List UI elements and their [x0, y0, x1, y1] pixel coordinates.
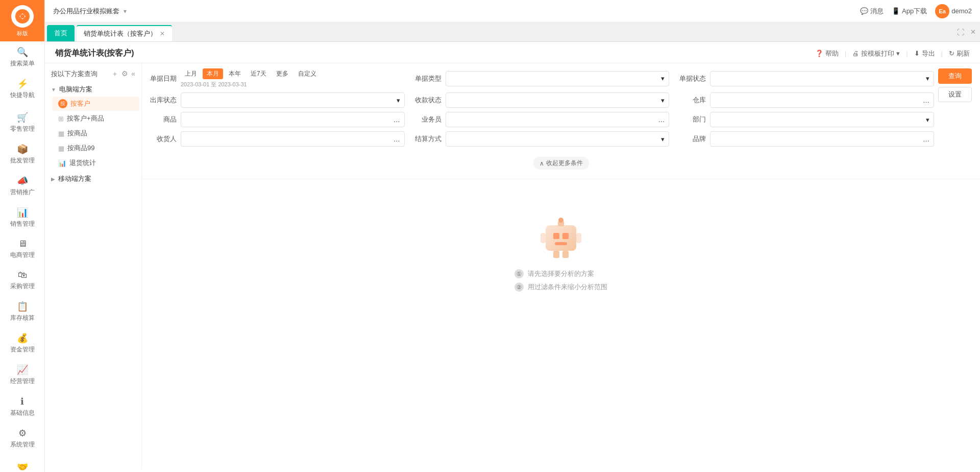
scheme-group-pc-title[interactable]: ▼ 电脑端方案 — [45, 83, 141, 96]
out-status-field: 出库状态 ▾ — [150, 92, 405, 108]
settlement-label: 结算方式 — [415, 134, 442, 144]
empty-state: ① 请先选择要分析的方案 ② 用过滤条件来缩小分析范围 — [142, 179, 980, 312]
scheme-add-button[interactable]: ＋ — [111, 69, 118, 79]
collapse-icon: ∧ — [540, 160, 544, 167]
sidebar-item-basic[interactable]: ℹ 基础信息 — [0, 391, 44, 422]
tab-home[interactable]: 首页 — [47, 25, 75, 41]
app-download-button[interactable]: 📱 App下载 — [892, 7, 927, 16]
sidebar-item-retail[interactable]: 🛒 零售管理 — [0, 107, 44, 138]
warehouse-input[interactable]: … — [710, 92, 934, 108]
scheme-group-mobile-title[interactable]: ▶ 移动端方案 — [45, 172, 141, 185]
empty-tips: ① 请先选择要分析的方案 ② 用过滤条件来缩小分析范围 — [514, 269, 607, 292]
tab-close-window-button[interactable]: ✕ — [970, 28, 976, 36]
tab-maximize-button[interactable]: ⛶ — [957, 28, 964, 36]
sidebar-item-marketing[interactable]: 📣 营销推广 — [0, 170, 44, 202]
goods-icon: ▦ — [58, 130, 64, 137]
date-label: 单据日期 — [150, 74, 177, 83]
settlement-input[interactable]: ▾ — [446, 131, 670, 147]
customer-icon: 按 — [58, 99, 67, 108]
app-title: 办公用品行业模拟账套 — [53, 7, 119, 16]
help-button[interactable]: ❓ 帮助 — [815, 49, 839, 58]
filter-line-4: 收货人 … 结算方式 — [150, 131, 934, 147]
print-button[interactable]: 🖨 按模板打印 ▾ — [852, 49, 900, 58]
help-icon: ❓ — [815, 50, 823, 57]
sidebar-item-inventory[interactable]: 📋 库存核算 — [0, 296, 44, 327]
scheme-item-by-customer[interactable]: 按 按客户 — [52, 97, 139, 111]
sidebar-item-search[interactable]: 🔍 搜索菜单 — [0, 41, 44, 73]
scheme-item-return-stat[interactable]: 📊 退货统计 — [52, 156, 139, 170]
date-tab-last-month[interactable]: 上月 — [181, 68, 201, 79]
collapse-button[interactable]: ∧ 收起更多条件 — [533, 157, 589, 170]
receiver-input[interactable]: … — [181, 131, 405, 147]
enterprise-icon: 🤝 — [17, 461, 28, 472]
out-status-input[interactable]: ▾ — [181, 92, 405, 108]
svg-rect-3 — [553, 233, 559, 239]
svg-rect-11 — [562, 251, 569, 258]
sidebar-item-purchase[interactable]: 🛍 采购管理 — [0, 265, 44, 296]
export-button[interactable]: ⬇ 导出 — [914, 49, 935, 58]
finance-icon: 💰 — [17, 333, 28, 344]
type-input[interactable]: ▾ — [446, 71, 670, 86]
home-tab-label: 首页 — [54, 29, 67, 38]
sidebar-item-finance[interactable]: 💰 资金管理 — [0, 327, 44, 359]
page-content: 销货单统计表(按客户) ❓ 帮助 | 🖨 按模板打印 ▾ | ⬇ 导出 | — [45, 42, 980, 472]
wholesale-icon: 📦 — [17, 144, 28, 155]
settlement-field: 结算方式 ▾ — [415, 131, 670, 147]
out-status-label: 出库状态 — [150, 96, 177, 105]
tab-close-icon[interactable]: ✕ — [160, 30, 165, 37]
brand-input[interactable]: … — [710, 131, 934, 147]
sidebar-item-sales[interactable]: 📊 销售管理 — [0, 202, 44, 233]
date-tab-more[interactable]: 更多 — [272, 68, 292, 79]
message-button[interactable]: 💬 消息 — [860, 7, 884, 16]
department-field: 部门 ▾ — [679, 112, 934, 127]
goods-input[interactable]: … — [181, 112, 405, 127]
maximize-icon: ⛶ — [957, 28, 964, 36]
scheme-settings-button[interactable]: ⚙ — [121, 69, 128, 79]
empty-state-icon — [535, 210, 586, 261]
page-title: 销货单统计表(按客户) — [55, 48, 134, 59]
settings-button[interactable]: 设置 — [938, 87, 972, 102]
salesman-input[interactable]: … — [446, 112, 670, 127]
status-input[interactable]: ▾ — [710, 71, 934, 86]
sidebar-item-wholesale[interactable]: 📦 批发管理 — [0, 138, 44, 170]
sidebar-item-quick-nav[interactable]: ⚡ 快捷导航 — [0, 73, 44, 105]
print-dropdown-icon: ▾ — [896, 50, 900, 57]
scheme-item-by-goods-99[interactable]: ▦ 按商品99 — [52, 141, 139, 155]
date-tab-7days[interactable]: 近7天 — [247, 68, 271, 79]
expand-icon: ▼ — [51, 87, 56, 92]
sidebar-item-enterprise[interactable]: 🤝 企业协同 — [0, 456, 44, 472]
department-label: 部门 — [679, 115, 706, 124]
user-menu-button[interactable]: Ea demo2 — [935, 4, 972, 18]
department-input[interactable]: ▾ — [710, 112, 934, 127]
ecommerce-icon: 🖥 — [18, 239, 27, 249]
date-tab-custom[interactable]: 自定义 — [294, 68, 321, 79]
refresh-button[interactable]: ↻ 刷新 — [949, 49, 970, 58]
content-body: 按以下方案查询 ＋ ⚙ « ▼ 电脑端方案 — [45, 63, 980, 469]
date-tab-this-year[interactable]: 本年 — [225, 68, 245, 79]
collapsed-icon: ▶ — [51, 176, 55, 182]
filter-fields: 单据日期 上月 本月 本年 近7天 更多 自定义 — [150, 68, 934, 151]
header-dropdown-icon[interactable]: ▾ — [124, 8, 127, 15]
status-label: 单据状态 — [679, 74, 706, 83]
scheme-item-by-goods[interactable]: ▦ 按商品 — [52, 126, 139, 140]
avatar: Ea — [935, 4, 949, 18]
receipt-status-input[interactable]: ▾ — [446, 92, 670, 108]
date-field: 单据日期 上月 本月 本年 近7天 更多 自定义 — [150, 68, 405, 88]
sidebar-item-system[interactable]: ⚙ 系统管理 — [0, 422, 44, 454]
main-content: 办公用品行业模拟账套 ▾ 💬 消息 📱 App下载 Ea demo2 首页 — [45, 0, 980, 472]
warehouse-field: 仓库 … — [679, 92, 934, 108]
scheme-group-pc-items: 按 按客户 ⊞ 按客户+商品 ▦ 按商品 ▦ 按 — [45, 97, 141, 170]
query-button[interactable]: 查询 — [938, 68, 972, 84]
page-actions: ❓ 帮助 | 🖨 按模板打印 ▾ | ⬇ 导出 | ↻ 刷新 — [815, 49, 970, 58]
type-dropdown-icon: ▾ — [661, 75, 665, 82]
tab-sales-stat[interactable]: 销货单统计表（按客户） ✕ — [77, 25, 172, 41]
status-dropdown-icon: ▾ — [926, 75, 929, 82]
sidebar-item-operation[interactable]: 📈 经营管理 — [0, 359, 44, 391]
scheme-item-by-customer-goods[interactable]: ⊞ 按客户+商品 — [52, 111, 139, 126]
scheme-collapse-button[interactable]: « — [131, 69, 135, 79]
sidebar-item-ecommerce[interactable]: 🖥 电商管理 — [0, 233, 44, 265]
svg-rect-10 — [553, 251, 559, 258]
date-tab-this-month[interactable]: 本月 — [203, 68, 223, 79]
department-dropdown-icon: ▾ — [926, 116, 929, 124]
logo-text: 标版 — [17, 30, 28, 37]
